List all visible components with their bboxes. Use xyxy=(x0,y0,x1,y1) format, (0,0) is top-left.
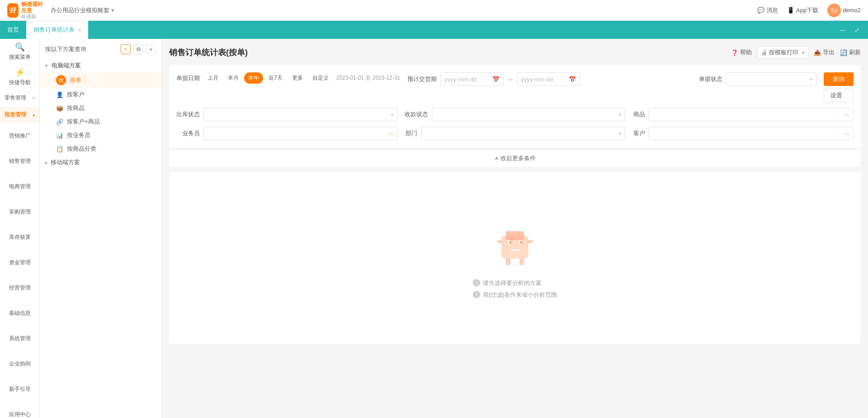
tab-bar: 首页 销售订单统计表 × — ⤢ xyxy=(0,21,868,39)
scheme-by-cust-goods-label: 按客户+商品 xyxy=(67,118,100,126)
receive-status-select[interactable]: ▾ xyxy=(432,108,626,121)
empty-tip-2: 2 用[过滤]条件来缩小分析范围 xyxy=(473,291,557,299)
cur-month-btn[interactable]: 本月 xyxy=(224,72,243,84)
tab-close-icon[interactable]: × xyxy=(78,27,81,33)
tree-item-by-order[interactable]: 按 按单 xyxy=(40,72,161,88)
breadcrumb-arrow-icon[interactable]: ▾ xyxy=(111,7,114,14)
quick-icon: ⚡ xyxy=(15,67,25,77)
tab-home[interactable]: 首页 xyxy=(0,21,26,39)
help-btn[interactable]: ❓ 帮助 xyxy=(731,48,752,57)
refresh-btn[interactable]: 🔄 刷新 xyxy=(840,48,861,57)
collapse-bar[interactable]: ∧ 收起更多条件 xyxy=(169,149,861,167)
collapse-panel-btn[interactable]: « xyxy=(146,44,156,54)
tree-item-by-customer[interactable]: 👤 按客户 xyxy=(40,88,161,101)
refresh-icon: 🔄 xyxy=(840,49,847,56)
scheme-by-order-label: 按单 xyxy=(70,76,81,84)
pc-section-label: 电脑端方案 xyxy=(52,62,81,70)
receive-status-arrow: ▾ xyxy=(619,112,621,117)
print-icon: 🖨 xyxy=(761,49,767,56)
nav-collab[interactable]: 企业协同 xyxy=(0,351,39,376)
nav-inventory[interactable]: 库存核算 xyxy=(0,224,39,250)
nav-ecommerce-label: 电商管理 xyxy=(9,183,31,190)
dept-cell: 部门 ▾ xyxy=(405,127,626,140)
message-btn[interactable]: 💬 消息 xyxy=(757,6,778,14)
settings-scheme-btn[interactable]: ⚙ xyxy=(133,44,143,54)
salesman-input[interactable]: ··· xyxy=(203,127,397,140)
nav-system[interactable]: 系统管理 xyxy=(0,326,39,351)
svg-rect-7 xyxy=(497,240,502,243)
message-icon: 💬 xyxy=(757,7,764,14)
calendar-icon: 📅 xyxy=(492,76,500,83)
nav-system-label: 系统管理 xyxy=(9,335,31,342)
print-btn[interactable]: 🖨 按模板打印 ▾ xyxy=(757,46,808,59)
expand-icon: ▾ xyxy=(45,63,48,69)
user-avatar[interactable]: Ea demo2 xyxy=(827,4,861,17)
out-status-select[interactable]: ▾ xyxy=(203,108,397,121)
breadcrumb: 办公用品行业模拟账套 ▾ xyxy=(47,6,757,14)
collapse-up-icon: ∧ xyxy=(495,155,499,162)
add-scheme-btn[interactable]: + xyxy=(121,44,131,54)
expected-date-end[interactable]: yyyy-mm-dd 📅 xyxy=(517,72,580,86)
page-title: 销售订单统计表(按单) xyxy=(169,47,248,58)
days7-btn[interactable]: 近7天 xyxy=(264,72,287,84)
tree-mobile-section[interactable]: ▸ 移动端方案 xyxy=(40,156,161,169)
tree-item-by-goods-cat[interactable]: 📋 按商品分类 xyxy=(40,142,161,156)
cur-year-btn[interactable]: 本年 xyxy=(244,72,263,84)
app-sub: 标准版 xyxy=(21,14,47,19)
breadcrumb-text: 办公用品行业模拟账套 xyxy=(51,6,109,14)
content-area: 按以下方案查询 + ⚙ « ▾ 电脑端方案 xyxy=(40,39,868,418)
nav-marketing[interactable]: 营销推广 xyxy=(0,123,39,148)
empty-tips: 1 请先选择要分析的方案 2 用[过滤]条件来缩小分析范围 xyxy=(473,279,557,299)
tab-minimize-btn[interactable]: — xyxy=(837,24,848,35)
app-name: 畅捷通好生意 xyxy=(21,1,47,14)
nav-basic[interactable]: 基础信息 xyxy=(0,300,39,326)
nav-newbie[interactable]: 新手引导 xyxy=(0,376,39,402)
customer-cell: 客户 ··· xyxy=(632,127,854,140)
prev-month-btn[interactable]: 上月 xyxy=(203,72,222,84)
export-btn[interactable]: 📤 导出 xyxy=(814,48,835,57)
page-title-bar: 销售订单统计表(按单) ❓ 帮助 🖨 按模板打印 ▾ 📤 导出 xyxy=(169,46,861,59)
nav-retail[interactable]: 零售管理 ▾ xyxy=(0,90,39,106)
nav-purchase[interactable]: 采购管理 xyxy=(0,199,39,224)
goods-ellipsis-icon[interactable]: ··· xyxy=(844,111,849,118)
goods-input[interactable]: ··· xyxy=(649,108,854,121)
tab-sales-order[interactable]: 销售订单统计表 × xyxy=(26,21,88,39)
export-icon: 📤 xyxy=(814,49,821,56)
tree-item-by-goods[interactable]: 📦 按商品 xyxy=(40,101,161,115)
app-download-btn[interactable]: 📱 App下载 xyxy=(787,6,818,14)
salesman-icon: 📊 xyxy=(56,132,63,139)
doc-status-select[interactable]: ▾ xyxy=(726,72,816,86)
expected-date-start[interactable]: yyyy-mm-dd 📅 xyxy=(440,72,504,86)
nav-wholesale[interactable]: 批发管理 ▴ xyxy=(0,106,39,123)
receive-status-label: 收款状态 xyxy=(405,110,428,119)
title-actions: ❓ 帮助 🖨 按模板打印 ▾ 📤 导出 🔄 刷新 xyxy=(731,46,861,59)
nav-basic-label: 基础信息 xyxy=(9,309,31,317)
salesman-cell: 业务员 ··· xyxy=(176,127,397,140)
nav-sales[interactable]: 销售管理 xyxy=(0,148,39,174)
app-download-label: App下载 xyxy=(796,6,818,14)
more-date-btn[interactable]: 更多 xyxy=(288,72,307,84)
customer-ellipsis-icon[interactable]: ··· xyxy=(844,130,849,137)
tab-maximize-btn[interactable]: ⤢ xyxy=(852,24,863,35)
nav-operations[interactable]: 经营管理 xyxy=(0,275,39,300)
query-btn[interactable]: 查询 xyxy=(824,72,854,86)
salesman-ellipsis-icon[interactable]: ··· xyxy=(388,130,393,137)
customer-input[interactable]: ··· xyxy=(649,127,854,140)
nav-search[interactable]: 🔍 搜索菜单 xyxy=(0,39,39,64)
nav-finance-label: 资金管理 xyxy=(9,259,31,266)
nav-ecommerce[interactable]: 电商管理 xyxy=(0,174,39,199)
nav-quick[interactable]: ⚡ 快捷导航 xyxy=(0,64,39,90)
nav-marketing-label: 营销推广 xyxy=(9,132,31,140)
goods-icon: 📦 xyxy=(56,105,63,112)
settings-btn[interactable]: 设置 xyxy=(824,89,854,102)
nav-finance[interactable]: 资金管理 xyxy=(0,250,39,275)
tree-item-by-customer-goods[interactable]: 🔗 按客户+商品 xyxy=(40,115,161,128)
custom-date-btn[interactable]: 自定义 xyxy=(308,72,333,84)
nav-app-center[interactable]: 应用中心 xyxy=(0,402,39,418)
tree-item-by-salesman[interactable]: 📊 按业务员 xyxy=(40,128,161,142)
sidebar-nav: 🔍 搜索菜单 ⚡ 快捷导航 零售管理 ▾ 批发管理 ▴ 营销推广 销售管理 电商… xyxy=(0,39,40,418)
settings-icon: ⚙ xyxy=(136,46,141,52)
app-logo: 好 畅捷通好生意 标准版 xyxy=(7,1,47,20)
dept-select[interactable]: ▾ xyxy=(421,127,626,140)
refresh-label: 刷新 xyxy=(849,48,861,57)
